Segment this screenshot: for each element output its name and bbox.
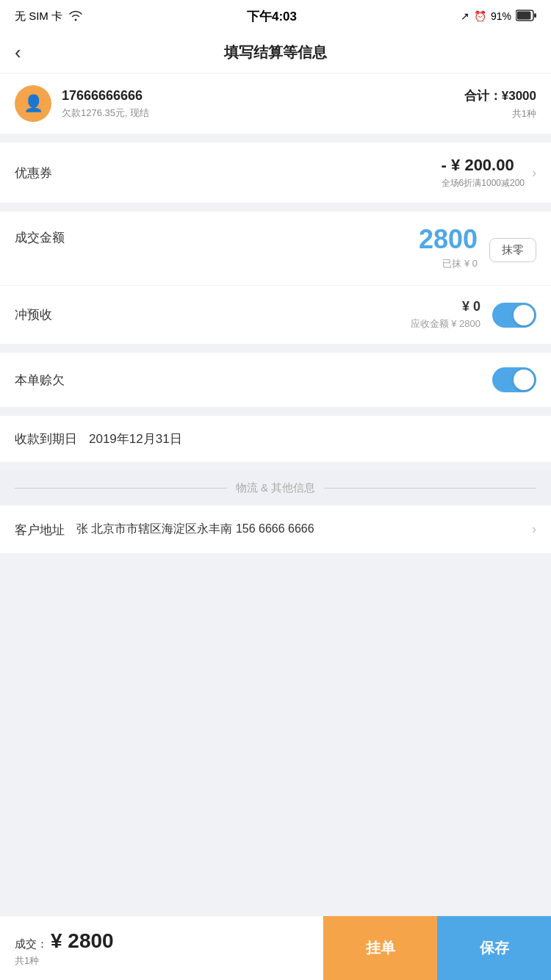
debt-toggle[interactable] <box>492 367 536 392</box>
debt-section: 本单赊欠 <box>0 353 551 407</box>
bottom-deal-row: 成交： ¥ 2800 <box>15 929 309 953</box>
divider-line-right <box>324 488 536 489</box>
deal-section: 成交金额 2800 已抹 ¥ 0 抹零 冲预收 ¥ 0 应收金额 ¥ 2800 <box>0 212 551 344</box>
status-bar: 无 SIM 卡 下午4:03 ↗ ⏰ 91% <box>0 0 551 32</box>
divider-line-left <box>15 488 227 489</box>
hang-button[interactable]: 挂单 <box>323 916 437 981</box>
prepay-label: 冲预收 <box>15 306 52 323</box>
wifi-icon <box>68 10 83 24</box>
status-left: 无 SIM 卡 <box>15 10 83 24</box>
logistics-divider: 物流 & 其他信息 <box>0 471 551 505</box>
hang-label: 挂单 <box>366 938 395 958</box>
user-phone: 17666666666 <box>62 88 149 104</box>
deal-right: 2800 已抹 ¥ 0 抹零 <box>419 226 536 270</box>
battery-text: 91% <box>491 10 511 22</box>
user-subtext: 欠款1276.35元, 现结 <box>62 107 149 120</box>
coupon-right: - ¥ 200.00 全场6折满1000减200 › <box>442 156 536 190</box>
deal-amount-row: 成交金额 2800 已抹 ¥ 0 抹零 <box>0 212 551 286</box>
prepay-row: 冲预收 ¥ 0 应收金额 ¥ 2800 <box>0 286 551 344</box>
address-chevron-icon: › <box>532 520 536 537</box>
back-button[interactable]: ‹ <box>15 41 21 64</box>
bottom-amount: ¥ 2800 <box>51 929 114 953</box>
save-label: 保存 <box>480 938 509 958</box>
svg-rect-1 <box>516 11 530 19</box>
prepay-amount: ¥ 0 <box>411 299 480 314</box>
deal-label: 成交金额 <box>15 226 65 246</box>
due-date-label: 收款到期日 <box>15 430 77 447</box>
svg-rect-2 <box>534 13 536 18</box>
deal-amount-block: 2800 已抹 ¥ 0 <box>419 226 478 270</box>
prepay-right: ¥ 0 应收金额 ¥ 2800 <box>411 299 536 331</box>
bottom-bar: 成交： ¥ 2800 共1种 挂单 保存 <box>0 915 551 980</box>
item-count: 共1种 <box>464 107 536 120</box>
address-label: 客户地址 <box>15 520 65 538</box>
user-total: 合计：¥3000 共1种 <box>464 87 536 120</box>
user-left: 👤 17666666666 欠款1276.35元, 现结 <box>15 85 149 122</box>
coupon-desc: 全场6折满1000减200 <box>442 177 525 190</box>
bottom-deal-label: 成交： <box>15 937 48 951</box>
address-content: 张 北京市市辖区海淀区永丰南 156 6666 6666 <box>76 520 525 538</box>
prepay-sub: 应收金额 ¥ 2800 <box>411 317 480 331</box>
deal-amount-value: 2800 <box>419 226 478 253</box>
coupon-value-block: - ¥ 200.00 全场6折满1000减200 <box>442 156 525 190</box>
due-date-section: 收款到期日 2019年12月31日 <box>0 416 551 462</box>
nav-bar: ‹ 填写结算等信息 <box>0 32 551 73</box>
status-time: 下午4:03 <box>247 8 297 25</box>
user-details: 17666666666 欠款1276.35元, 现结 <box>62 88 149 120</box>
page-title: 填写结算等信息 <box>224 43 327 62</box>
debt-label: 本单赊欠 <box>15 372 65 389</box>
bottom-count: 共1种 <box>15 954 309 968</box>
prepay-amount-block: ¥ 0 应收金额 ¥ 2800 <box>411 299 480 331</box>
signal-icon: 无 SIM 卡 <box>15 10 62 24</box>
bottom-spacer <box>0 562 551 650</box>
logistics-label: 物流 & 其他信息 <box>236 481 315 495</box>
coupon-section[interactable]: 优惠券 - ¥ 200.00 全场6折满1000减200 › <box>0 143 551 203</box>
bottom-left: 成交： ¥ 2800 共1种 <box>0 929 323 968</box>
coupon-label: 优惠券 <box>15 165 52 181</box>
prepay-toggle[interactable] <box>492 303 536 328</box>
coupon-amount: - ¥ 200.00 <box>442 156 525 175</box>
avatar: 👤 <box>15 85 51 122</box>
total-amount: 合计：¥3000 <box>464 87 536 104</box>
status-right: ↗ ⏰ 91% <box>461 10 536 24</box>
battery-icon <box>516 10 536 24</box>
address-section[interactable]: 客户地址 张 北京市市辖区海淀区永丰南 156 6666 6666 › <box>0 505 551 553</box>
location-icon: ↗ <box>461 10 469 22</box>
due-date-value: 2019年12月31日 <box>89 430 182 447</box>
coupon-chevron-icon: › <box>532 165 536 181</box>
user-info-section: 👤 17666666666 欠款1276.35元, 现结 合计：¥3000 共1… <box>0 73 551 134</box>
round-button[interactable]: 抹零 <box>489 238 536 262</box>
save-button[interactable]: 保存 <box>437 916 551 981</box>
alarm-icon: ⏰ <box>474 10 486 22</box>
deal-sub: 已抹 ¥ 0 <box>419 257 478 270</box>
avatar-icon: 👤 <box>24 94 43 113</box>
